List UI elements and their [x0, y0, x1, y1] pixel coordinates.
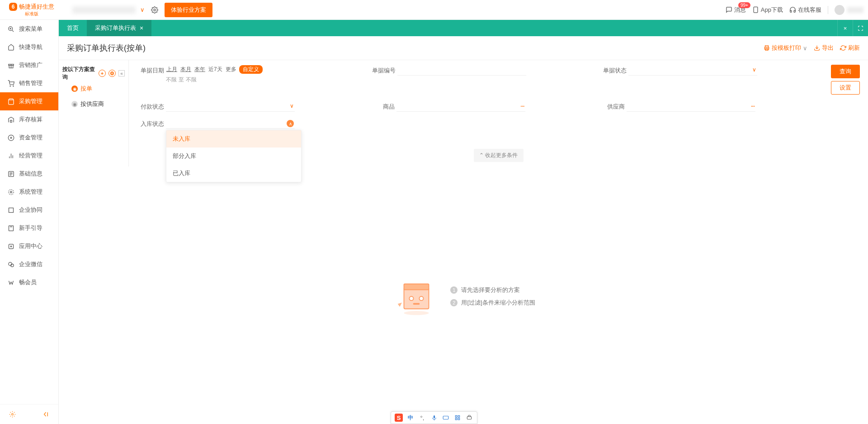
add-scheme-icon[interactable]: + [99, 70, 106, 77]
select-in-status[interactable] [166, 118, 295, 129]
sidebar-item-marketing[interactable]: 营销推广 [0, 56, 58, 74]
select-goods[interactable] [396, 101, 525, 112]
ime-toolbar[interactable]: S 中 °, [391, 411, 477, 424]
online-service-button[interactable]: 在线客服 [789, 6, 821, 14]
ime-mic-icon[interactable] [430, 414, 438, 422]
tab-purchase-order-report[interactable]: 采购订单执行表 × [87, 20, 151, 36]
select-pay-status[interactable] [166, 101, 295, 112]
sidebar-item-search[interactable]: 搜索菜单 [0, 20, 58, 38]
scheme-gear-icon[interactable]: ⚙ [108, 70, 116, 77]
sidebar-item-sales[interactable]: 销售管理 [0, 74, 58, 92]
print-template-button[interactable]: 按模板打印 ∨ [764, 44, 807, 52]
ime-sogou-icon[interactable]: S [395, 414, 403, 422]
select-bill-status[interactable] [628, 65, 757, 76]
svg-rect-27 [9, 225, 13, 230]
label-supplier: 供应商 [598, 101, 625, 111]
sidebar-item-app-center[interactable]: 应用中心 [0, 237, 58, 255]
ime-tool-icon[interactable] [465, 414, 473, 422]
svg-rect-44 [443, 416, 448, 419]
warehouse-icon [7, 116, 14, 123]
close-icon[interactable]: × [140, 24, 143, 32]
step-number-icon: 1 [450, 286, 458, 294]
svg-rect-47 [467, 417, 471, 419]
footer-gear-icon[interactable] [9, 411, 16, 418]
avatar-icon [835, 5, 844, 15]
dropdown-option-all-in[interactable]: 已入库 [166, 165, 301, 182]
ime-keyboard-icon[interactable] [442, 414, 450, 422]
date-opt-this-year[interactable]: 本年 [194, 65, 206, 74]
label-bill-status: 单据状态 [599, 65, 627, 75]
top-header: 6 畅捷通好生意 标准版 ∨ 体验行业方案 消息 99+ App下载 [0, 0, 868, 20]
svg-rect-29 [9, 244, 13, 248]
date-opt-custom[interactable]: 自定义 [239, 65, 263, 74]
date-opt-this-month[interactable]: 本月 [180, 65, 192, 74]
tab-label: 采购订单执行表 [95, 24, 136, 32]
sidebar-item-label: 应用中心 [19, 242, 42, 250]
date-opt-last-month[interactable]: 上月 [166, 65, 178, 74]
ime-lang-icon[interactable]: 中 [406, 414, 415, 422]
sidebar-item-label: 销售管理 [19, 79, 42, 87]
footer-collapse-icon[interactable] [42, 411, 49, 418]
date-to[interactable]: 不限 [186, 76, 197, 84]
sidebar-item-purchase[interactable]: 采购管理 [0, 92, 58, 110]
org-selector[interactable]: ∨ [72, 6, 145, 14]
sidebar-item-guide[interactable]: 新手引导 [0, 219, 58, 237]
svg-rect-1 [754, 7, 758, 13]
scheme-label: 按单 [80, 85, 92, 93]
tab-fullscreen-button[interactable] [853, 20, 868, 36]
sidebar-item-quick-nav[interactable]: 快捷导航 [0, 38, 58, 56]
more-icon[interactable]: ··· [751, 103, 755, 110]
ime-skin-icon[interactable] [453, 414, 462, 422]
dropdown-option-not-in[interactable]: 未入库 [166, 130, 301, 148]
apps-icon [7, 243, 14, 250]
export-button[interactable]: 导出 [814, 44, 834, 52]
sidebar-item-wechat[interactable]: 企业微信 [0, 255, 58, 273]
sidebar-item-funds[interactable]: 资金管理 [0, 129, 58, 147]
tab-close-all-button[interactable]: × [837, 20, 853, 36]
print-icon [764, 45, 770, 51]
sidebar-item-operation[interactable]: 经营管理 [0, 147, 58, 165]
page-header: 采购订单执行表(按单) 按模板打印 ∨ 导出 刷新 [59, 36, 868, 60]
sidebar-item-label: 采购管理 [19, 97, 42, 105]
messages-badge: 99+ [738, 2, 750, 8]
cart-icon [7, 80, 14, 87]
tab-home[interactable]: 首页 [59, 20, 87, 36]
date-opt-7days[interactable]: 近7天 [208, 65, 223, 74]
select-supplier[interactable] [627, 101, 755, 112]
refresh-button[interactable]: 刷新 [840, 44, 860, 52]
svg-point-39 [410, 296, 414, 300]
messages-button[interactable]: 消息 99+ [726, 6, 746, 14]
user-menu[interactable] [835, 5, 863, 15]
scheme-by-supplier[interactable]: ◉ 按供应商 [62, 96, 125, 112]
query-button[interactable]: 查询 [831, 65, 860, 78]
ime-punct-icon[interactable]: °, [418, 414, 426, 422]
target-icon: ◉ [71, 86, 78, 92]
app-download-button[interactable]: App下载 [752, 6, 783, 14]
chevron-down-icon[interactable]: ∨ [290, 103, 294, 109]
svg-point-33 [12, 414, 14, 415]
dropdown-option-partial-in[interactable]: 部分入库 [166, 148, 301, 165]
trial-solution-button[interactable]: 体验行业方案 [165, 3, 212, 17]
input-bill-no[interactable] [397, 65, 526, 76]
chevron-down-icon[interactable]: ∨ [752, 67, 756, 73]
sidebar-item-basic[interactable]: 基础信息 [0, 165, 58, 183]
sidebar-item-inventory[interactable]: 库存核算 [0, 110, 58, 129]
sidebar-item-label: 畅会员 [19, 278, 37, 286]
sidebar-item-system[interactable]: 系统管理 [0, 183, 58, 201]
more-icon[interactable]: ··· [520, 103, 524, 110]
chevron-up-icon[interactable]: ∧ [287, 120, 294, 127]
gear-icon[interactable] [151, 6, 158, 14]
date-from[interactable]: 不限 [166, 76, 177, 84]
date-opt-more[interactable]: 更多 [225, 65, 237, 74]
collapse-scheme-icon[interactable]: « [118, 70, 125, 76]
chevron-down-icon: ∨ [140, 6, 145, 13]
sidebar-item-enterprise-collab[interactable]: 企业协同 [0, 201, 58, 219]
collapse-more-button[interactable]: ⌃ 收起更多条件 [474, 149, 524, 162]
empty-step-2: 2 用[过滤]条件来缩小分析范围 [450, 299, 535, 307]
scheme-by-order[interactable]: ◉ 按单 [62, 81, 125, 96]
step-number-icon: 2 [450, 299, 458, 306]
sidebar-item-member[interactable]: 畅会员 [0, 273, 58, 291]
settings-button[interactable]: 设置 [831, 81, 860, 95]
list-icon [7, 170, 14, 177]
home-icon [7, 43, 14, 51]
